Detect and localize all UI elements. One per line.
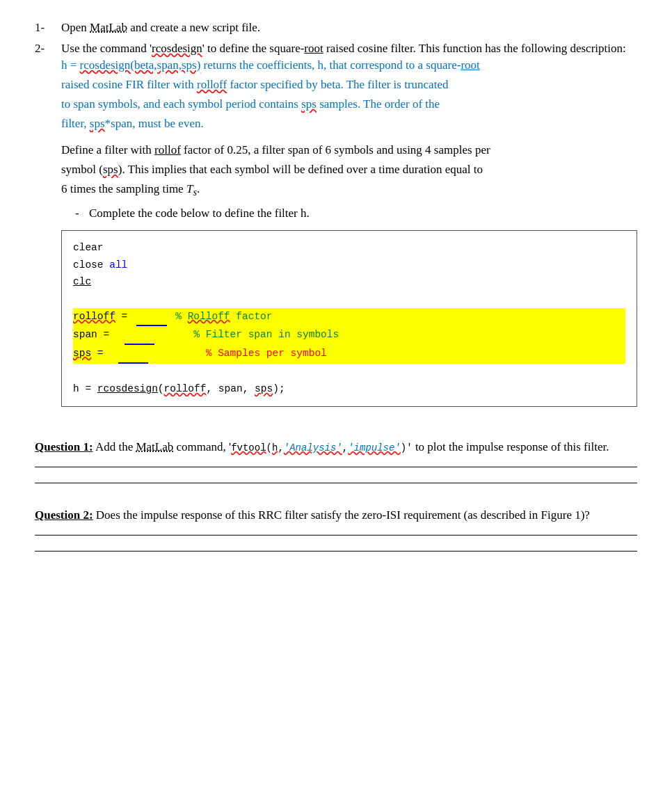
bullet-complete: - Complete the code below to define the … xyxy=(75,207,637,220)
rollof-word: rollof xyxy=(154,143,181,156)
list-item-2: 2- Use the command 'rcosdesign' to defin… xyxy=(35,42,637,421)
code-rolloff-arg: rolloff xyxy=(164,383,207,394)
root-word: root xyxy=(304,42,323,55)
fvtool-h-arg: h xyxy=(272,442,278,453)
question-2-label: Question 2: xyxy=(35,508,93,522)
code-line-close: close all xyxy=(73,257,625,274)
question-1-text: Question 1: Add the MatLab command, 'fvt… xyxy=(35,440,637,454)
question-2-answer-lines xyxy=(35,535,637,552)
code-empty-1 xyxy=(73,291,625,308)
define-filter-text: Define a filter with rollof factor of 0.… xyxy=(61,140,637,201)
code-comment-rolloff: % Rolloff factor xyxy=(175,311,272,322)
blue-text-returns: returns the coefficients, h, that corres… xyxy=(200,58,479,72)
code-rolloff-comment-underline: Rolloff xyxy=(188,311,230,322)
blue-rcosdesign: rcosdesign(beta,span,sps) xyxy=(80,58,201,72)
fvtool-impulse-arg: 'impulse' xyxy=(348,442,401,453)
list-num-1: 1- xyxy=(35,21,61,35)
code-empty-2 xyxy=(73,364,625,381)
blue-text-line2: raised cosine FIR filter with rolloff fa… xyxy=(61,78,448,91)
list-item-2-content: Use the command 'rcosdesign' to define t… xyxy=(61,42,637,421)
code-line-rolloff: rolloff = % Rolloff factor xyxy=(73,308,625,327)
list-item-1-text: Open MatLab and create a new script file… xyxy=(61,21,260,34)
code-blank-rolloff xyxy=(136,308,167,327)
answer-line-1b xyxy=(35,483,637,483)
code-line-clc: clc xyxy=(73,273,625,291)
code-comment-sps: % Samples per symbol xyxy=(206,348,327,359)
question-1-label: Question 1: xyxy=(35,440,93,453)
code-sps-arg: sps xyxy=(255,383,273,394)
main-list: 1- Open MatLab and create a new script f… xyxy=(35,21,637,421)
rcosdesign-word: rcosdesign xyxy=(152,42,202,55)
code-block: clear close all clc rolloff = % Rolloff … xyxy=(61,230,637,407)
question-1-section: Question 1: Add the MatLab command, 'fvt… xyxy=(35,440,637,483)
list-num-2: 2- xyxy=(35,42,61,56)
blue-rolloff-word: rolloff xyxy=(197,78,227,91)
list-item-1-content: Open MatLab and create a new script file… xyxy=(61,21,637,35)
blue-text-h: h = xyxy=(61,58,80,72)
code-line-h: h = rcosdesign(rolloff, span, sps); xyxy=(73,380,625,398)
fvtool-underline: fvtool xyxy=(231,442,266,453)
code-blank-span xyxy=(125,326,155,345)
question-1-answer-lines xyxy=(35,467,637,483)
matlab-word: MatLab xyxy=(90,21,127,34)
code-comment-span: % Filter span in symbols xyxy=(193,329,339,340)
bullet-dash: - xyxy=(75,207,89,220)
question-2-text: Question 2: Does the impulse response of… xyxy=(35,508,637,522)
blue-root-word: root xyxy=(461,58,479,72)
blue-text-line4: filter, sps*span, must be even. xyxy=(61,117,204,130)
sps-inline: sps xyxy=(103,163,118,176)
ts-italic: Ts xyxy=(186,182,197,195)
code-sps-var: sps xyxy=(73,348,91,359)
code-rolloff-var: rolloff xyxy=(73,311,115,322)
list-item-2-intro: Use the command 'rcosdesign' to define t… xyxy=(61,42,626,55)
answer-line-2a xyxy=(35,535,637,536)
code-all-keyword: all xyxy=(109,259,127,271)
code-blank-sps xyxy=(118,345,149,364)
answer-line-2b xyxy=(35,551,637,552)
blue-description-block: h = rcosdesign(beta,span,sps) returns th… xyxy=(61,56,637,134)
blue-text-line3: to span symbols, and each symbol period … xyxy=(61,97,440,111)
list-item-1: 1- Open MatLab and create a new script f… xyxy=(35,21,637,35)
code-line-clear: clear xyxy=(73,239,625,257)
code-line-sps: sps = % Samples per symbol xyxy=(73,345,625,364)
answer-line-1a xyxy=(35,467,637,467)
question-2-section: Question 2: Does the impulse response of… xyxy=(35,508,637,552)
code-rcosdesign-call: rcosdesign xyxy=(97,383,158,394)
matlab-word-q1: MatLab xyxy=(136,440,173,453)
code-clc-underline: clc xyxy=(73,276,91,287)
bullet-text: Complete the code below to define the fi… xyxy=(89,207,310,220)
blue-sps-word-2: sps xyxy=(90,117,105,130)
fvtool-command: fvtool(h,'Analysis','impulse')' xyxy=(231,442,413,453)
blue-sps-word-1: sps xyxy=(301,97,317,111)
code-line-span: span = % Filter span in symbols xyxy=(73,326,625,345)
fvtool-analysis-arg: 'Analysis' xyxy=(284,442,342,453)
